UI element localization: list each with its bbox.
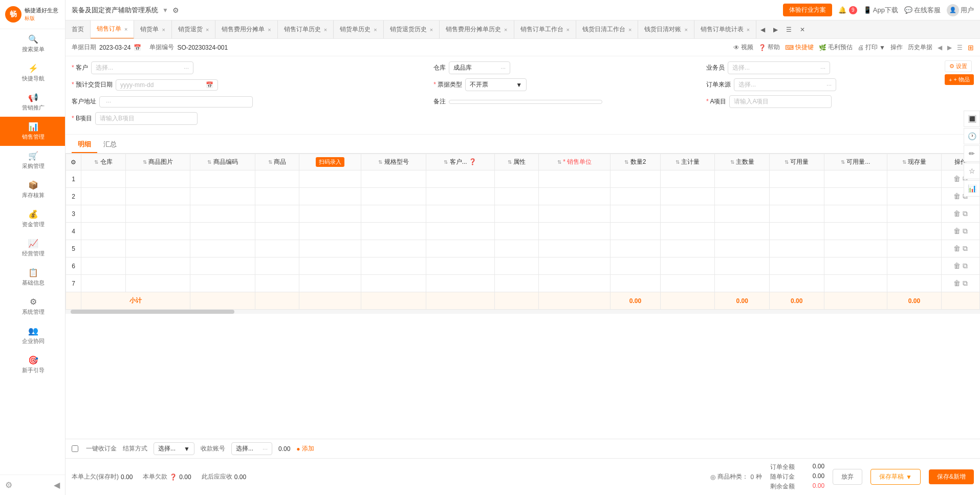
row-code[interactable] (190, 223, 255, 240)
sidebar-item-quicknav[interactable]: ⚡ 快捷导航 (0, 58, 65, 88)
row-code[interactable] (190, 257, 255, 275)
sidebar-item-search[interactable]: 🔍 搜索菜单 (0, 29, 65, 58)
row-customer-info[interactable] (426, 205, 494, 223)
row-code[interactable] (190, 188, 255, 205)
calendar-small-icon[interactable]: 📅 (206, 81, 213, 89)
notification-button[interactable]: 🔔 9 (838, 6, 857, 14)
one-click-checkbox[interactable] (72, 445, 78, 452)
detail-tab-summary[interactable]: 汇总 (97, 137, 123, 153)
bank-more-icon[interactable]: ··· (263, 445, 268, 453)
row-customer-info[interactable] (426, 170, 494, 188)
row-attr[interactable] (494, 240, 539, 257)
online-service-button[interactable]: 💬 在线客服 (904, 6, 941, 15)
tab-close-all-button[interactable]: ✕ (796, 20, 809, 39)
row-product[interactable] (255, 170, 299, 188)
save-draft-dropdown-icon[interactable]: ▼ (906, 474, 912, 481)
barcode-button[interactable]: 扫码录入 (316, 157, 344, 167)
date-value[interactable]: 2023-03-24 (99, 44, 130, 51)
row-code[interactable] (190, 170, 255, 188)
tab-sales-history[interactable]: 销售订单历史 × (278, 20, 334, 39)
row-customer-info[interactable] (426, 240, 494, 257)
save-new-button[interactable]: 保存&新增 (929, 469, 974, 484)
row-warehouse[interactable] (81, 188, 126, 205)
copy-row-icon[interactable]: ⧉ (963, 209, 968, 218)
add-item-button[interactable]: + + 物品 (945, 74, 974, 85)
history-button[interactable]: 历史单据 (908, 43, 932, 52)
row-unit[interactable] (539, 275, 611, 292)
user-button[interactable]: 👤 用户 (947, 4, 974, 16)
row-unit[interactable] (539, 170, 611, 188)
detail-tab-detail[interactable]: 明细 (72, 137, 97, 153)
set-button[interactable]: ⚙ 设置 (945, 60, 972, 72)
save-draft-button[interactable]: 保存草稿 ▼ (870, 469, 921, 485)
remark-input[interactable] (449, 100, 602, 104)
row-spec[interactable] (361, 257, 426, 275)
copy-row-icon[interactable]: ⧉ (963, 262, 968, 270)
tab-sales-return[interactable]: 销货退货 × (172, 20, 215, 39)
row-spec[interactable] (361, 275, 426, 292)
copy-row-icon[interactable]: ⧉ (963, 244, 968, 253)
delivery-date-input[interactable]: yyyy-mm-dd 📅 (116, 79, 218, 91)
sidebar-item-finance[interactable]: 💰 资金管理 (0, 204, 65, 233)
row-customer-info[interactable] (426, 188, 494, 205)
row-warehouse[interactable] (81, 240, 126, 257)
tab-sales-stats[interactable]: 销售订单统计表 × (694, 20, 756, 39)
delete-row-icon[interactable]: 🗑 (953, 192, 961, 201)
payment-method-select[interactable]: 选择... ▼ (154, 442, 194, 455)
customer-input[interactable]: 选择... ··· (91, 61, 193, 74)
copy-row-icon[interactable]: ⧉ (963, 279, 968, 288)
row-main-qty[interactable] (715, 205, 770, 223)
row-code[interactable] (190, 240, 255, 257)
print-dropdown-icon[interactable]: ▼ (879, 44, 885, 51)
row-qty2[interactable] (610, 275, 660, 292)
row-main-qty[interactable] (715, 223, 770, 240)
tab-close-icon[interactable]: × (628, 27, 631, 33)
tab-close-icon[interactable]: × (567, 27, 570, 33)
row-qty2[interactable] (610, 240, 660, 257)
delete-row-icon[interactable]: 🗑 (953, 227, 961, 235)
b-project-input[interactable]: 请输入B项目 (95, 112, 198, 125)
warehouse-input[interactable]: 成品库 ··· (449, 61, 510, 74)
solution-button[interactable]: 体验行业方案 (783, 4, 832, 16)
row-warehouse[interactable] (81, 275, 126, 292)
tab-sales-bill[interactable]: 销货单 × (134, 20, 171, 39)
sidebar-item-guide[interactable]: 🎯 新手引导 (0, 350, 65, 379)
tab-close-icon[interactable]: × (374, 27, 377, 33)
order-source-more-icon[interactable]: ··· (826, 81, 832, 89)
tab-sales-expense[interactable]: 销售费用分摊单 × (215, 20, 277, 39)
row-warehouse[interactable] (81, 170, 126, 188)
next-record-icon[interactable]: ▶ (947, 44, 952, 51)
print-button[interactable]: 🖨 打印 ▼ (858, 43, 885, 52)
tab-close-icon[interactable]: × (430, 27, 433, 33)
row-warehouse[interactable] (81, 257, 126, 275)
delete-row-icon[interactable]: 🗑 (953, 279, 961, 288)
tab-return-history[interactable]: 销货退货历史 × (384, 20, 440, 39)
sidebar-item-basic[interactable]: 📋 基础信息 (0, 263, 65, 292)
tab-close-icon[interactable]: × (124, 26, 127, 32)
prev-record-icon[interactable]: ◀ (938, 44, 942, 51)
tab-close-icon[interactable]: × (162, 27, 165, 33)
settings-header-icon[interactable]: ⚙ (172, 6, 179, 14)
row-product[interactable] (255, 188, 299, 205)
row-customer-info[interactable] (426, 257, 494, 275)
row-attr[interactable] (494, 170, 539, 188)
row-qty2[interactable] (610, 188, 660, 205)
address-more-icon[interactable]: ··· (106, 98, 111, 105)
help-button[interactable]: ❓ 帮助 (758, 43, 780, 52)
row-spec[interactable] (361, 170, 426, 188)
row-unit[interactable] (539, 240, 611, 257)
row-main-qty[interactable] (715, 275, 770, 292)
tab-expense-history[interactable]: 销售费用分摊单历史 × (440, 20, 514, 39)
right-panel-icon-1[interactable]: 🔳 (964, 111, 980, 127)
warehouse-more-icon[interactable]: ··· (500, 64, 506, 72)
th-settings[interactable]: ⚙ (66, 154, 81, 170)
row-spec[interactable] (361, 240, 426, 257)
row-unit[interactable] (539, 257, 611, 275)
profit-button[interactable]: 🌿 毛利预估 (819, 43, 853, 52)
tab-close-icon[interactable]: × (747, 27, 750, 33)
copy-row-icon[interactable]: ⧉ (963, 227, 968, 235)
tab-cash-workbench[interactable]: 钱货日清工作台 × (576, 20, 638, 39)
row-warehouse[interactable] (81, 223, 126, 240)
sidebar-item-purchase[interactable]: 🛒 采购管理 (0, 146, 65, 175)
row-code[interactable] (190, 205, 255, 223)
